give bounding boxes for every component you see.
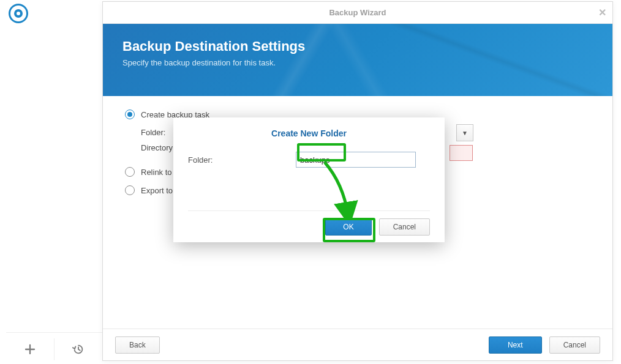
- back-button[interactable]: Back: [115, 336, 160, 354]
- create-folder-dialog: Create New Folder Folder: OK Cancel: [173, 117, 445, 242]
- plus-icon: [24, 343, 36, 355]
- wizard-close-icon[interactable]: ✕: [598, 7, 606, 18]
- directory-error-field: [450, 145, 473, 161]
- dialog-footer: OK Cancel: [188, 218, 430, 236]
- app-logo-icon: [9, 4, 28, 23]
- folder-dropdown-caret[interactable]: ▼: [456, 124, 473, 141]
- dialog-cancel-button[interactable]: Cancel: [379, 218, 430, 236]
- next-button[interactable]: Next: [489, 336, 542, 354]
- radio-icon: [125, 167, 135, 177]
- radio-icon: [125, 110, 135, 119]
- wizard-footer: Back Next Cancel: [103, 329, 612, 360]
- wizard-title: Backup Wizard: [329, 8, 386, 17]
- left-toolbar: [6, 332, 103, 360]
- folder-name-input[interactable]: [296, 152, 416, 168]
- banner-subtitle: Specify the backup destination for this …: [122, 58, 593, 67]
- radio-label: Export to: [141, 186, 173, 195]
- ok-button[interactable]: OK: [325, 218, 371, 236]
- history-icon: [72, 343, 85, 356]
- add-button[interactable]: [6, 338, 54, 360]
- chevron-down-icon: ▼: [462, 130, 468, 136]
- dialog-folder-row: Folder:: [188, 152, 430, 168]
- history-button[interactable]: [54, 338, 102, 360]
- radio-icon: [125, 185, 135, 195]
- radio-label: Relink to: [141, 168, 172, 177]
- wizard-titlebar: Backup Wizard ✕: [103, 2, 612, 24]
- dialog-title: Create New Folder: [188, 128, 430, 138]
- dialog-divider: [188, 210, 430, 211]
- banner-title: Backup Destination Settings: [122, 39, 593, 54]
- wizard-banner: Backup Destination Settings Specify the …: [103, 24, 612, 96]
- dialog-folder-label: Folder:: [188, 155, 292, 165]
- cancel-button[interactable]: Cancel: [549, 336, 600, 354]
